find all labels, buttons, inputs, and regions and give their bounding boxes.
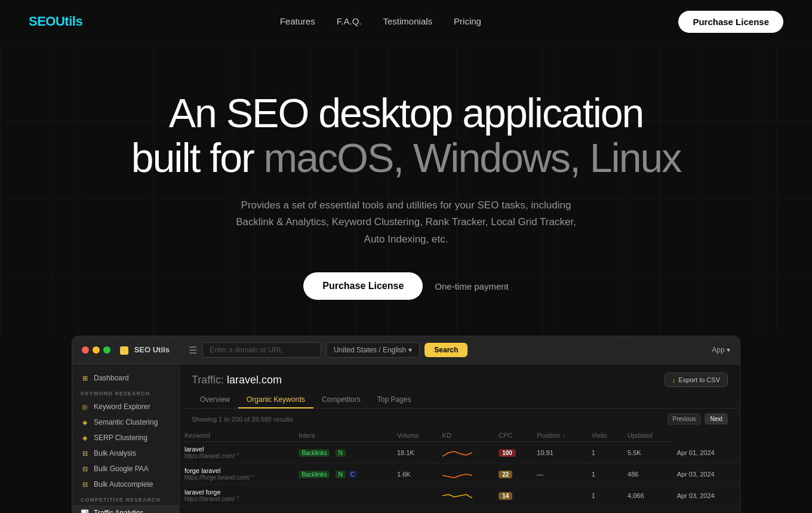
region-selector[interactable]: United States / English ▾ (326, 342, 420, 358)
sidebar: ⊞ Dashboard KEYWORD RESEARCH ◎ Keyword E… (72, 364, 180, 513)
bulk-autocomplete-icon: ⊟ (81, 480, 89, 489)
col-position: Position ↑ (532, 429, 586, 442)
main-content: Traffic: laravel.com Export to CSV Overv… (180, 364, 740, 513)
sparkline-chart (442, 491, 472, 500)
sidebar-item-bulk-analysis[interactable]: ⊟ Bulk Analysis (72, 446, 179, 461)
position-value: 1 (587, 442, 623, 463)
app-titlebar: SEO Utils ☰ Enter a domain or URL United… (72, 336, 740, 364)
visits-value: 5.5K (623, 442, 672, 463)
col-volume: Volume (392, 429, 438, 442)
position-value: 1 (587, 463, 623, 485)
bulk-google-paa-icon: ⊟ (81, 465, 89, 473)
sidebar-item-keyword-explorer[interactable]: ◎ Keyword Explorer (72, 399, 179, 414)
cpc-value: 10.91 (532, 442, 586, 463)
maximize-window-button[interactable] (103, 346, 110, 354)
sparkline-chart (442, 448, 472, 457)
tab-organic-keywords[interactable]: Organic Keywords (238, 392, 313, 408)
app-menu-badge[interactable]: App ▾ (712, 346, 730, 354)
tab-overview[interactable]: Overview (192, 392, 238, 408)
col-visits: Visits (587, 429, 623, 442)
sidebar-item-semantic-clustering[interactable]: ◈ Semantic Clustering (72, 414, 179, 430)
sidebar-item-label: Semantic Clustering (94, 418, 158, 426)
cpc-value (532, 485, 586, 506)
toolbar: ☰ Enter a domain or URL United States / … (189, 342, 705, 358)
volume-value: 18.1K (392, 442, 438, 463)
hero-cta: Purchase License One-time payment (29, 272, 783, 300)
logo-suffix: Utils (56, 14, 82, 29)
col-updated: Updated (623, 429, 672, 442)
dashboard-icon: ⊞ (81, 374, 89, 382)
tabs-row: Overview Organic Keywords Competitors To… (180, 387, 740, 408)
sidebar-item-bulk-autocomplete[interactable]: ⊟ Bulk Autocomplete (72, 477, 179, 492)
col-keyword: Keyword (180, 429, 294, 442)
kd-badge: 14 (499, 492, 512, 500)
prev-page-button[interactable]: Previous (668, 413, 702, 425)
kd-badge: 22 (499, 471, 512, 478)
app-body: ⊞ Dashboard KEYWORD RESEARCH ◎ Keyword E… (72, 364, 740, 513)
window-controls (82, 346, 110, 354)
headline-platforms: macOS, Windows, Linux (264, 135, 681, 180)
next-page-button[interactable]: Next (705, 413, 728, 425)
sidebar-item-label: SERP Clustering (94, 434, 147, 442)
nav-testimonials[interactable]: Testimonials (383, 16, 433, 26)
purchase-license-nav-button[interactable]: Purchase License (678, 11, 783, 33)
keyword-url: https://forge.laravel.com/ ˅ (184, 474, 289, 481)
intent-badge-c: C (347, 471, 358, 478)
tab-competitors[interactable]: Competitors (313, 392, 369, 408)
hero-section: An SEO desktop application built for mac… (0, 43, 812, 336)
sidebar-item-label: Bulk Autocomplete (94, 480, 153, 489)
keyword-value: laravel (184, 446, 289, 453)
updated-value: Apr 03, 2024 (672, 463, 740, 485)
nav-pricing[interactable]: Pricing (454, 16, 481, 26)
sidebar-item-label: Traffic Analytics (94, 509, 143, 513)
sidebar-item-serp-clustering[interactable]: ◈ SERP Clustering (72, 430, 179, 446)
semantic-clustering-icon: ◈ (81, 418, 89, 426)
updated-value: Apr 03, 2024 (672, 485, 740, 506)
navigation: SEOUtils Features F.A.Q. Testimonials Pr… (0, 0, 812, 43)
sidebar-section-competitive: COMPETITIVE RESEARCH (72, 492, 179, 505)
export-csv-button[interactable]: Export to CSV (665, 373, 728, 387)
sidebar-item-dashboard[interactable]: ⊞ Dashboard (72, 370, 179, 386)
keyword-url: https://laravel.com/ ˅ (184, 453, 289, 459)
payment-note: One-time payment (435, 281, 508, 291)
col-kd: KD (438, 429, 494, 442)
app-title: SEO Utils (120, 345, 170, 355)
intent-badge-backlinks: Backlinks (299, 471, 330, 478)
search-button[interactable]: Search (425, 343, 467, 357)
menu-icon[interactable]: ☰ (189, 345, 197, 356)
close-window-button[interactable] (82, 346, 89, 354)
sparkline-chart (442, 469, 472, 479)
visits-value: 486 (623, 463, 672, 485)
headline-line2-prefix: built for (131, 135, 264, 180)
table-row: laravel https://laravel.com/ ˅ Backlinks… (180, 442, 740, 463)
keyword-table: Keyword Intent Volume KD CPC Position ↑ … (180, 429, 740, 506)
tab-top-pages[interactable]: Top Pages (369, 392, 420, 408)
hero-subtitle: Provides a set of essential tools and ut… (233, 197, 579, 249)
results-info: Showing 1 to 200 of 39,580 results Previ… (180, 408, 740, 429)
nav-features[interactable]: Features (280, 16, 315, 26)
url-input[interactable]: Enter a domain or URL (202, 342, 321, 358)
app-preview: SEO Utils ☰ Enter a domain or URL United… (72, 336, 740, 513)
nav-faq[interactable]: F.A.Q. (337, 16, 362, 26)
table-row: forge laravel https://forge.laravel.com/… (180, 463, 740, 485)
nav-links: Features F.A.Q. Testimonials Pricing (280, 16, 481, 27)
sidebar-section-keyword: KEYWORD RESEARCH (72, 386, 179, 399)
purchase-license-hero-button[interactable]: Purchase License (303, 272, 423, 300)
keyword-explorer-icon: ◎ (81, 403, 89, 411)
col-cpc: CPC (494, 429, 532, 442)
logo[interactable]: SEOUtils (29, 14, 82, 29)
sidebar-item-bulk-google-paa[interactable]: ⊟ Bulk Google PAA (72, 461, 179, 477)
domain-value: laravel.com (227, 374, 282, 386)
sidebar-item-traffic-analytics[interactable]: 📊 Traffic Analytics (72, 505, 179, 513)
sidebar-item-label: Bulk Google PAA (94, 465, 149, 473)
serp-clustering-icon: ◈ (81, 434, 89, 442)
volume-value (392, 485, 438, 506)
hero-headline: An SEO desktop application built for mac… (29, 91, 783, 180)
logo-prefix: SEO (29, 14, 56, 29)
minimize-window-button[interactable] (93, 346, 100, 354)
table-row: laravel forge https://laravel.com/ ˅ 14 (180, 485, 740, 506)
table-header-row: Keyword Intent Volume KD CPC Position ↑ … (180, 429, 740, 442)
col-intent: Intent (294, 429, 392, 442)
visits-value: 4,066 (623, 485, 672, 506)
position-value: 1 (587, 485, 623, 506)
